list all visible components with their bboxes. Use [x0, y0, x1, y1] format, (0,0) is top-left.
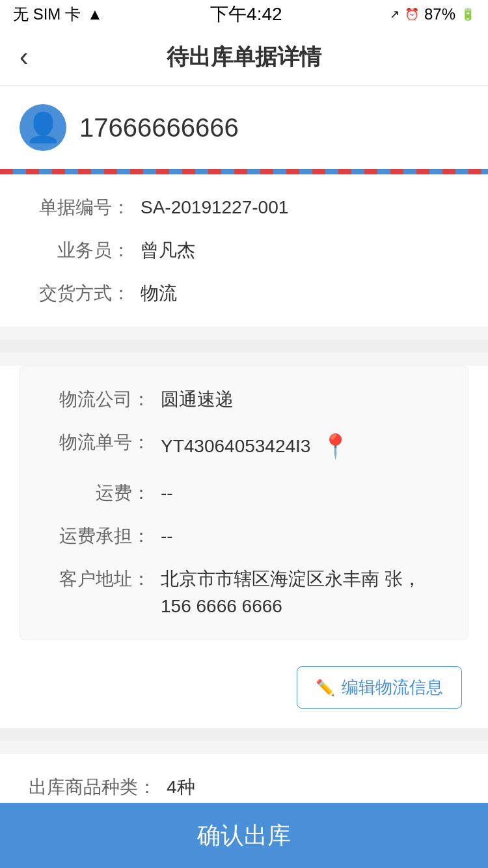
edit-logistics-button[interactable]: ✏️ 编辑物流信息	[297, 666, 462, 709]
status-left: 无 SIM 卡 ▲	[13, 4, 103, 25]
back-icon: ‹	[20, 42, 28, 71]
tracking-no-row: 物流单号： YT43064053424I3 📍	[46, 429, 442, 464]
stock-type-value: 4种	[167, 774, 462, 801]
confirm-label: 确认出库	[197, 820, 291, 852]
status-right: ↗ ⏰ 87% 🔋	[390, 5, 475, 23]
battery-icon: 🔋	[461, 7, 475, 21]
status-bar: 无 SIM 卡 ▲ 下午4:42 ↗ ⏰ 87% 🔋	[0, 0, 488, 29]
delivery-method-label: 交货方式：	[26, 280, 130, 307]
status-time: 下午4:42	[210, 2, 282, 27]
sales-person-value: 曾凡杰	[141, 237, 462, 264]
customer-header: 👤 17666666666	[0, 86, 488, 169]
page-title: 待出库单据详情	[167, 42, 321, 72]
edit-icon: ✏️	[316, 679, 335, 697]
order-info-section: 单据编号： SA-20191227-001 业务员： 曾凡杰 交货方式： 物流	[0, 174, 488, 327]
logistics-section: 物流公司： 圆通速递 物流单号： YT43064053424I3 📍 运费： -…	[0, 366, 488, 728]
carrier-text: 无 SIM 卡	[13, 4, 81, 25]
customer-address-label: 客户地址：	[46, 565, 150, 593]
avatar: 👤	[20, 104, 66, 151]
edit-logistics-action: ✏️ 编辑物流信息	[0, 653, 488, 728]
freight-label: 运费：	[46, 480, 150, 507]
order-no-label: 单据编号：	[26, 194, 130, 221]
tracking-no-value: YT43064053424I3 📍	[161, 429, 442, 464]
customer-address-value: 北京市市辖区海淀区永丰南 张，156 6666 6666	[161, 565, 442, 620]
delivery-method-value: 物流	[141, 280, 462, 307]
order-no-value: SA-20191227-001	[141, 194, 462, 221]
tracking-no-text: YT43064053424I3	[161, 433, 310, 460]
stock-type-label: 出库商品种类：	[26, 774, 156, 801]
location-status-icon: ↗	[390, 7, 400, 21]
freight-row: 运费： --	[46, 480, 442, 507]
order-no-row: 单据编号： SA-20191227-001	[26, 194, 462, 221]
tracking-no-label: 物流单号：	[46, 429, 150, 456]
back-button[interactable]: ‹	[20, 42, 28, 72]
confirm-bar[interactable]: 确认出库	[0, 803, 488, 868]
decorative-border	[0, 169, 488, 174]
section-gap-1	[0, 340, 488, 353]
alarm-icon: ⏰	[405, 7, 419, 21]
section-gap-2	[0, 728, 488, 741]
edit-logistics-label: 编辑物流信息	[342, 676, 443, 699]
sales-person-row: 业务员： 曾凡杰	[26, 237, 462, 264]
stock-type-row: 出库商品种类： 4种	[26, 774, 462, 801]
tracking-location-icon[interactable]: 📍	[321, 429, 350, 464]
freight-bearer-label: 运费承担：	[46, 522, 150, 550]
logistics-card: 物流公司： 圆通速递 物流单号： YT43064053424I3 📍 运费： -…	[20, 366, 468, 640]
logistics-company-label: 物流公司：	[46, 386, 150, 413]
customer-address-row: 客户地址： 北京市市辖区海淀区永丰南 张，156 6666 6666	[46, 565, 442, 620]
customer-phone: 17666666666	[79, 113, 239, 142]
freight-value: --	[161, 480, 442, 507]
wifi-icon: ▲	[87, 5, 103, 23]
logistics-company-row: 物流公司： 圆通速递	[46, 386, 442, 413]
nav-bar: ‹ 待出库单据详情	[0, 29, 488, 86]
freight-bearer-value: --	[161, 522, 442, 550]
freight-bearer-row: 运费承担： --	[46, 522, 442, 550]
user-icon: 👤	[25, 111, 61, 144]
sales-person-label: 业务员：	[26, 237, 130, 264]
delivery-method-row: 交货方式： 物流	[26, 280, 462, 307]
battery-text: 87%	[424, 5, 455, 23]
logistics-company-value: 圆通速递	[161, 386, 442, 413]
